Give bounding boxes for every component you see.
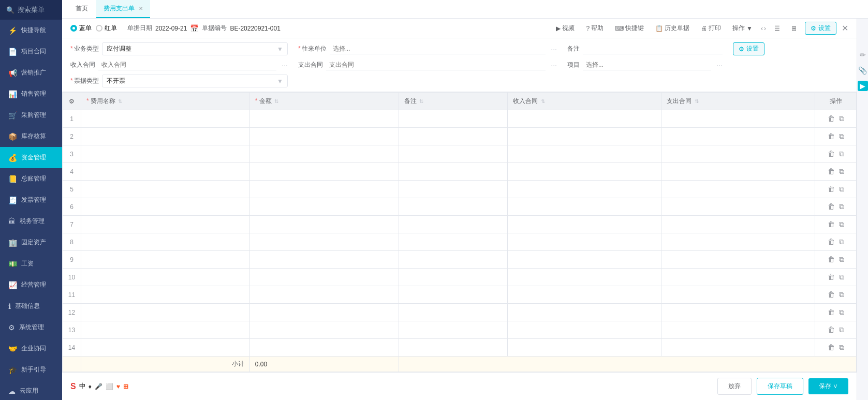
cell-amount-2[interactable] (249, 128, 399, 145)
copy-icon-4[interactable]: ⧉ (838, 166, 845, 177)
cell-income-contract-7[interactable] (508, 216, 661, 233)
cell-remark-13[interactable] (399, 321, 508, 339)
cell-remark-8[interactable] (399, 233, 508, 251)
cell-expense-name-11[interactable] (81, 286, 250, 304)
side-icon-edit[interactable]: ✏ (858, 50, 868, 60)
col-gear[interactable]: ⚙ (63, 93, 81, 110)
print-btn[interactable]: 🖨 打印 (698, 22, 724, 34)
cell-amount-1[interactable] (249, 110, 399, 128)
cell-expense-contract-4[interactable] (661, 163, 815, 181)
cell-income-contract-3[interactable] (508, 145, 661, 163)
settings-right-btn[interactable]: ⚙ 设置 (733, 42, 764, 55)
cell-income-contract-14[interactable] (508, 339, 661, 357)
cell-amount-10[interactable] (249, 269, 399, 286)
delete-icon-7[interactable]: 🗑 (827, 219, 836, 230)
cell-expense-name-10[interactable] (81, 269, 250, 286)
cell-expense-contract-5[interactable] (661, 181, 815, 198)
view-list-btn[interactable]: ⊞ (788, 23, 800, 34)
cell-expense-contract-12[interactable] (661, 304, 815, 321)
cell-expense-name-6[interactable] (81, 198, 250, 216)
tab-home[interactable]: 首页 (68, 0, 95, 18)
cell-expense-contract-2[interactable] (661, 128, 815, 145)
copy-icon-12[interactable]: ⧉ (838, 307, 845, 318)
cell-remark-3[interactable] (399, 145, 508, 163)
cell-expense-contract-11[interactable] (661, 286, 815, 304)
cell-income-contract-2[interactable] (508, 128, 661, 145)
cell-expense-name-7[interactable] (81, 216, 250, 233)
shortcut-btn[interactable]: ⌨ 快捷键 (612, 22, 647, 34)
cell-expense-contract-13[interactable] (661, 321, 815, 339)
cell-expense-name-14[interactable] (81, 339, 250, 357)
cell-amount-4[interactable] (249, 163, 399, 181)
delete-icon-3[interactable]: 🗑 (827, 149, 836, 159)
cell-remark-5[interactable] (399, 181, 508, 198)
sidebar-item-purchase-mgmt[interactable]: 🛒 采购管理 (0, 105, 62, 126)
delete-icon-4[interactable]: 🗑 (827, 166, 836, 177)
cell-remark-10[interactable] (399, 269, 508, 286)
cell-remark-6[interactable] (399, 198, 508, 216)
date-value[interactable]: 2022-09-21 (155, 25, 187, 32)
cell-expense-contract-10[interactable] (661, 269, 815, 286)
cell-income-contract-9[interactable] (508, 251, 661, 269)
cell-expense-contract-9[interactable] (661, 251, 815, 269)
sidebar-item-corp-collab[interactable]: 🤝 企业协同 (0, 338, 62, 359)
copy-icon-1[interactable]: ⧉ (838, 113, 845, 124)
col-expense-sort-icon2[interactable]: ⇅ (695, 98, 699, 104)
sidebar-item-new-guide[interactable]: 🎓 新手引导 (0, 359, 62, 380)
cell-remark-12[interactable] (399, 304, 508, 321)
remark-input[interactable] (583, 43, 723, 54)
business-type-select[interactable]: 应付调整 ▼ (102, 42, 288, 55)
cell-expense-name-3[interactable] (81, 145, 250, 163)
discard-button[interactable]: 放弃 (717, 378, 752, 395)
cell-expense-contract-1[interactable] (661, 110, 815, 128)
cell-expense-name-1[interactable] (81, 110, 250, 128)
partner-dots[interactable]: ··· (551, 45, 557, 53)
partner-input[interactable] (330, 43, 546, 54)
expense-contract-dots[interactable]: ··· (551, 61, 557, 69)
radio-red[interactable]: 红单 (96, 24, 117, 33)
cell-expense-name-13[interactable] (81, 321, 250, 339)
delete-icon-1[interactable]: 🗑 (827, 113, 836, 124)
cell-amount-3[interactable] (249, 145, 399, 163)
cell-expense-contract-8[interactable] (661, 233, 815, 251)
sidebar-search[interactable]: 🔍 搜索菜单 (0, 0, 62, 20)
cell-amount-11[interactable] (249, 286, 399, 304)
delete-icon-2[interactable]: 🗑 (827, 131, 836, 142)
cell-expense-name-9[interactable] (81, 251, 250, 269)
sidebar-item-project-contract[interactable]: 📄 项目合同 (0, 41, 62, 62)
cell-income-contract-1[interactable] (508, 110, 661, 128)
cell-remark-7[interactable] (399, 216, 508, 233)
cell-expense-name-5[interactable] (81, 181, 250, 198)
sidebar-item-capital-mgmt[interactable]: 💰 资金管理 (0, 147, 62, 168)
cell-expense-contract-14[interactable] (661, 339, 815, 357)
history-btn[interactable]: 📋 历史单据 (652, 22, 693, 34)
cell-expense-contract-6[interactable] (661, 198, 815, 216)
copy-icon-8[interactable]: ⧉ (838, 236, 845, 247)
copy-icon-7[interactable]: ⧉ (838, 219, 845, 230)
cell-amount-5[interactable] (249, 181, 399, 198)
sidebar-item-ops-mgmt[interactable]: 📈 经营管理 (0, 274, 62, 295)
income-contract-input[interactable] (98, 60, 276, 70)
help-btn[interactable]: ? 帮助 (583, 22, 607, 34)
cell-income-contract-6[interactable] (508, 198, 661, 216)
nav-next[interactable]: › (764, 25, 766, 32)
copy-icon-3[interactable]: ⧉ (838, 149, 845, 159)
cell-remark-11[interactable] (399, 286, 508, 304)
close-btn[interactable]: ✕ (842, 23, 848, 33)
project-input[interactable] (583, 60, 711, 70)
cell-amount-8[interactable] (249, 233, 399, 251)
delete-icon-6[interactable]: 🗑 (827, 201, 836, 212)
expense-contract-input[interactable] (326, 60, 546, 70)
actions-btn[interactable]: 操作 ▼ (729, 22, 756, 34)
delete-icon-8[interactable]: 🗑 (827, 236, 836, 247)
delete-icon-10[interactable]: 🗑 (827, 272, 836, 283)
delete-icon-13[interactable]: 🗑 (827, 324, 836, 335)
calendar-icon[interactable]: 📅 (190, 24, 199, 33)
tab-close-expense-form[interactable]: ✕ (139, 6, 143, 11)
delete-icon-11[interactable]: 🗑 (827, 289, 836, 300)
copy-icon-6[interactable]: ⧉ (838, 201, 845, 212)
tab-expense-form[interactable]: 费用支出单✕ (96, 0, 150, 18)
cell-income-contract-8[interactable] (508, 233, 661, 251)
cell-expense-name-12[interactable] (81, 304, 250, 321)
settings-btn[interactable]: ⚙ 设置 (805, 22, 836, 35)
